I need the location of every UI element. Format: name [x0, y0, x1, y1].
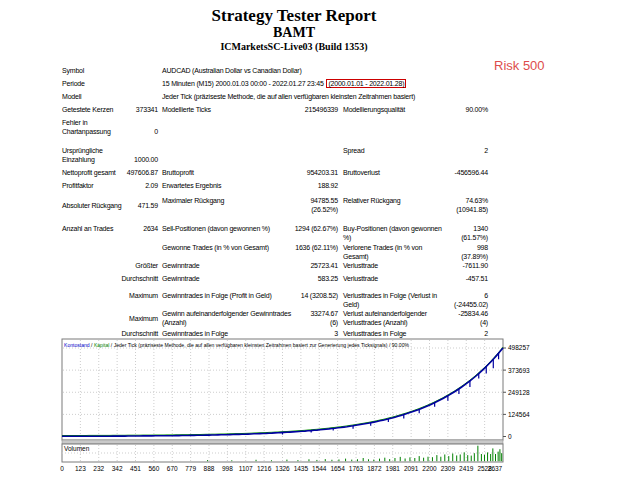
- cell-label: Fehler in Chartanpassung: [62, 118, 111, 136]
- cell-value: 90.00%: [465, 105, 488, 114]
- cell-label: Bruttoprofit: [162, 168, 194, 177]
- svg-text:1872: 1872: [367, 465, 382, 472]
- svg-text:560: 560: [148, 465, 159, 472]
- svg-text:1107: 1107: [239, 465, 253, 472]
- svg-text:1654: 1654: [330, 465, 345, 472]
- cell-label: Gewinn aufeinanderfolgender Gewinntrades…: [162, 309, 304, 327]
- cell-label: Gewonne Trades (in % von Gesamt): [162, 243, 269, 252]
- cell-label: Verlusttrade: [343, 274, 378, 283]
- cell-label: Relativer Rückgang: [343, 196, 401, 214]
- svg-text:2309: 2309: [441, 465, 456, 472]
- svg-text:1981: 1981: [386, 465, 401, 472]
- report-header: Strategy Tester Report BAMT ICMarketsSC-…: [0, 6, 588, 53]
- report-row: Größter Gewinntrade 25723.41 Verlusttrad…: [62, 261, 488, 274]
- cell-value: 0: [154, 127, 158, 136]
- report-row-periode: Periode 15 Minuten (M15) 2000.01.03 00:0…: [62, 79, 488, 92]
- cell-value: 94785.55 (26.52%): [310, 196, 338, 214]
- cell-value: 2: [484, 146, 488, 155]
- svg-text:124564: 124564: [508, 411, 530, 418]
- svg-text:670: 670: [167, 465, 178, 472]
- svg-text:2637: 2637: [488, 465, 503, 472]
- cell-label: Erwartetes Ergebnis: [162, 181, 221, 190]
- svg-text:2091: 2091: [404, 465, 419, 472]
- svg-text:Volumen: Volumen: [64, 445, 90, 452]
- report-table: Symbol AUDCAD (Australian Dollar vs Cana…: [62, 62, 488, 342]
- cell-label: Modellierungsqualität: [343, 105, 405, 114]
- svg-text:373693: 373693: [508, 367, 530, 374]
- cell-value: Maximum: [129, 314, 158, 323]
- cell-label: Sell-Positionen (davon gewonnen %): [162, 224, 270, 233]
- cell-label: Gewinntrade: [162, 274, 200, 283]
- cell-value: 998 (37.89%): [449, 243, 488, 261]
- cell-label: Spread: [343, 146, 364, 155]
- cell-label: Gewinntrades in Folge (Profit in Geld): [162, 291, 272, 300]
- cell-value: 471.59: [138, 201, 158, 210]
- cell-value: 2.09: [145, 181, 158, 190]
- cell-value: 25723.41: [310, 261, 338, 270]
- report-row: Anzahl an Trades 2634 Sell-Positionen (d…: [62, 224, 488, 242]
- cell-value: 15 Minuten (M15) 2000.01.03 00:00 - 2022…: [162, 80, 325, 87]
- cell-label: Modellierte Ticks: [162, 105, 211, 114]
- cell-label: Verlusttrades in Folge (Verlust in Geld): [343, 291, 450, 309]
- strategy-tester-report-page: { "header": { "title": "Strategy Tester …: [0, 0, 640, 480]
- cell-value: AUDCAD (Australian Dollar vs Canadian Do…: [162, 67, 302, 74]
- report-statistics-rows: Getestete Kerzen 373341 Modellierte Tick…: [62, 105, 488, 342]
- cell-value: 1294 (62.67%): [295, 224, 338, 233]
- cell-value: Maximum: [129, 291, 158, 300]
- cell-value: 954203.31: [307, 168, 338, 177]
- svg-text:779: 779: [185, 465, 196, 472]
- svg-text:232: 232: [93, 465, 104, 472]
- cell-value: -25834.46 (4): [458, 309, 488, 327]
- cell-value: -457.51: [466, 274, 488, 283]
- cell-value: 188.92: [318, 181, 338, 190]
- cell-label: Periode: [62, 79, 85, 88]
- cell-label: Gewinntrade: [162, 261, 200, 270]
- cell-value: 33274.67 (6): [304, 309, 338, 327]
- cell-label: Nettoprofit gesamt: [62, 168, 116, 177]
- cell-label: Verlusttrade: [343, 261, 378, 270]
- report-row: Getestete Kerzen 373341 Modellierte Tick…: [62, 105, 488, 118]
- page-title: Strategy Tester Report: [0, 6, 588, 25]
- report-row: Durchschnitt Gewinntrade 583.25 Verlustt…: [62, 274, 488, 287]
- cell-label: Profitfaktor: [62, 181, 93, 190]
- svg-text:2200: 2200: [422, 465, 437, 472]
- svg-text:1326: 1326: [275, 465, 290, 472]
- svg-text:249128: 249128: [508, 389, 530, 396]
- svg-text:888: 888: [204, 465, 215, 472]
- cell-label: Symbol: [62, 66, 84, 75]
- report-row: Maximum Gewinntrades in Folge (Profit in…: [62, 291, 488, 309]
- period-highlight-box: (2000.01.01 - 2022.01.28): [326, 79, 406, 88]
- cell-value: 6 (-24455.02): [450, 291, 488, 309]
- ea-name: BAMT: [0, 25, 588, 41]
- cell-value: Durchschnitt: [121, 274, 158, 283]
- cell-label: Bruttoverlust: [343, 168, 380, 177]
- svg-text:1435: 1435: [294, 465, 309, 472]
- svg-text:451: 451: [130, 465, 141, 472]
- cell-value: -7611.90: [462, 261, 488, 270]
- risk-note: Risk 500: [494, 58, 545, 73]
- svg-text:0: 0: [60, 465, 64, 472]
- cell-value: 497606.87: [127, 168, 158, 177]
- svg-text:1763: 1763: [349, 465, 364, 472]
- cell-label: Buy-Positionen (davon gewonnen %): [343, 224, 447, 242]
- svg-text:498257: 498257: [508, 344, 530, 351]
- svg-text:1544: 1544: [312, 465, 327, 472]
- cell-label: Verlorene Trades (in % von Gesamt): [343, 243, 449, 261]
- cell-label: Maximaler Rückgang: [162, 196, 224, 214]
- cell-label: Anzahl an Trades: [62, 224, 113, 233]
- cell-value: 215496339: [305, 105, 338, 114]
- svg-text:1216: 1216: [257, 465, 272, 472]
- svg-text:0: 0: [508, 433, 512, 440]
- cell-value: 74.63% (10941.85): [456, 196, 488, 214]
- svg-text:998: 998: [222, 465, 233, 472]
- cell-label: Getestete Kerzen: [62, 105, 113, 114]
- report-row-modell: Modell Jeder Tick (präziseste Methode, d…: [62, 92, 488, 105]
- cell-value: -456596.44: [455, 168, 488, 177]
- cell-label: Modell: [62, 92, 81, 101]
- report-row: Nettoprofit gesamt 497606.87 Bruttoprofi…: [62, 168, 488, 181]
- cell-value: Jeder Tick (präziseste Methode, die auf …: [162, 93, 415, 100]
- svg-text:2419: 2419: [459, 465, 474, 472]
- report-row: Gewonne Trades (in % von Gesamt) 1636 (6…: [62, 243, 488, 261]
- cell-value: 583.25: [318, 274, 338, 283]
- cell-value: 373341: [136, 105, 158, 114]
